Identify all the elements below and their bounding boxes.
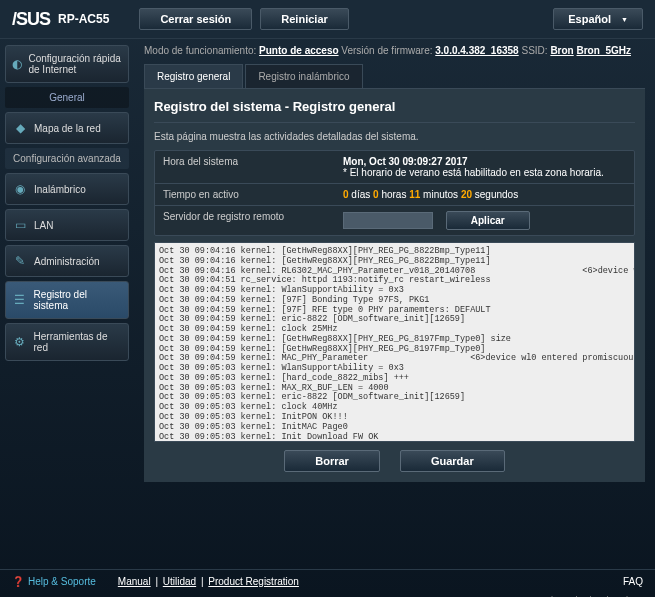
uptime-label: Tiempo en activo — [163, 189, 343, 200]
faq-link[interactable]: FAQ — [623, 576, 643, 587]
sidebar-item-nettools[interactable]: ⚙ Herramientas de red — [5, 323, 129, 361]
save-button[interactable]: Guardar — [400, 450, 505, 472]
tab-wireless-log[interactable]: Registro inalámbrico — [245, 64, 362, 88]
sidebar-item-wireless[interactable]: ◉ Inalámbrico — [5, 173, 129, 205]
sidebar-section-general: General — [5, 87, 129, 108]
systime-label: Hora del sistema — [163, 156, 343, 178]
header-bar: /SUS RP-AC55 Cerrar sesión Reiniciar Esp… — [0, 0, 655, 39]
sidebar-item-label: Herramientas de red — [34, 331, 122, 353]
sidebar-item-label: Registro del sistema — [34, 289, 122, 311]
apply-button[interactable]: Aplicar — [446, 211, 530, 230]
wifi-icon: ◉ — [12, 181, 28, 197]
sidebar: ◐ Configuración rápida de Internet Gener… — [0, 39, 134, 569]
panel-description: Esta página muestra las actividades deta… — [154, 131, 635, 142]
sidebar-item-admin[interactable]: ✎ Administración — [5, 245, 129, 277]
manual-link[interactable]: Manual — [118, 576, 151, 587]
admin-icon: ✎ — [12, 253, 28, 269]
model-name: RP-AC55 — [58, 12, 109, 26]
copyright: 2017 ASUSTeK Computer Inc. Reservados to… — [0, 593, 655, 597]
sidebar-item-lan[interactable]: ▭ LAN — [5, 209, 129, 241]
sidebar-item-label: Inalámbrico — [34, 184, 86, 195]
sidebar-item-netmap[interactable]: ◆ Mapa de la red — [5, 112, 129, 144]
sidebar-item-label: Administración — [34, 256, 100, 267]
uptime-value: 0 días 0 horas 11 minutos 20 segundos — [343, 189, 626, 200]
tab-general-log[interactable]: Registro general — [144, 64, 243, 88]
ssid-2g: Bron — [550, 45, 573, 56]
footer: ❓ Help & Soporte Manual | Utilidad | Pro… — [0, 569, 655, 593]
help-support: ❓ Help & Soporte — [12, 576, 96, 587]
system-info-table: Hora del sistema Mon, Oct 30 09:09:27 20… — [154, 150, 635, 236]
remote-log-input[interactable] — [343, 212, 433, 229]
sidebar-item-syslog[interactable]: ☰ Registro del sistema — [5, 281, 129, 319]
globe-icon: ◐ — [12, 56, 22, 72]
map-icon: ◆ — [12, 120, 28, 136]
footer-links: Manual | Utilidad | Product Registration — [116, 576, 301, 587]
sidebar-item-label: Mapa de la red — [34, 123, 101, 134]
status-bar: Modo de funcionamiento: Punto de acceso … — [144, 45, 645, 56]
tab-strip: Registro general Registro inalámbrico — [144, 64, 645, 89]
log-icon: ☰ — [12, 292, 28, 308]
logout-button[interactable]: Cerrar sesión — [139, 8, 252, 30]
log-panel: Registro del sistema - Registro general … — [144, 89, 645, 482]
sidebar-item-label: Configuración rápida de Internet — [28, 53, 122, 75]
sidebar-item-qis[interactable]: ◐ Configuración rápida de Internet — [5, 45, 129, 83]
product-registration-link[interactable]: Product Registration — [208, 576, 299, 587]
ssid-5g: Bron_5GHz — [577, 45, 631, 56]
sidebar-item-label: LAN — [34, 220, 53, 231]
sidebar-section-advanced: Configuración avanzada — [5, 148, 129, 169]
brand-logo: /SUS — [12, 9, 50, 30]
reboot-button[interactable]: Reiniciar — [260, 8, 348, 30]
log-textarea[interactable]: Oct 30 09:04:16 kernel: [GetHwReg88XX][P… — [154, 242, 635, 442]
language-dropdown[interactable]: Español — [553, 8, 643, 30]
panel-title: Registro del sistema - Registro general — [154, 99, 635, 123]
systime-value: Mon, Oct 30 09:09:27 2017 * El horario d… — [343, 156, 626, 178]
content-area: Modo de funcionamiento: Punto de acceso … — [134, 39, 655, 569]
remote-log-label: Servidor de registro remoto — [163, 211, 343, 230]
help-icon: ❓ — [12, 576, 24, 587]
gear-icon: ⚙ — [12, 334, 28, 350]
lan-icon: ▭ — [12, 217, 28, 233]
clear-button[interactable]: Borrar — [284, 450, 380, 472]
utility-link[interactable]: Utilidad — [163, 576, 196, 587]
firmware-link[interactable]: 3.0.0.4.382_16358 — [435, 45, 518, 56]
operation-mode-link[interactable]: Punto de acceso — [259, 45, 338, 56]
